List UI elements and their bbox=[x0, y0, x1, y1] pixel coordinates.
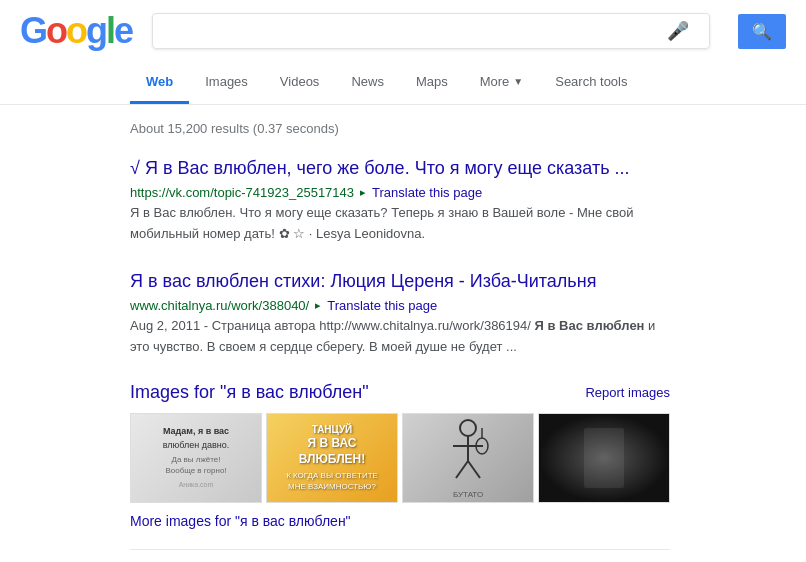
images-section: Images for "я в вас влюблен" Report imag… bbox=[130, 382, 670, 529]
result-arrow-1: ▸ bbox=[360, 186, 366, 199]
nav-label-videos: Videos bbox=[280, 74, 320, 89]
result-translate-1[interactable]: Translate this page bbox=[372, 185, 482, 200]
google-logo[interactable]: Google bbox=[20, 10, 132, 52]
results-area: About 15,200 results (0.37 seconds) √ Я … bbox=[0, 105, 800, 562]
nav-bar: Web Images Videos News Maps More ▼ Searc… bbox=[0, 62, 806, 105]
image-thumb-3[interactable]: БУТАТО bbox=[402, 413, 534, 503]
svg-point-0 bbox=[460, 420, 476, 436]
image-thumb-1[interactable]: Мадам, я в вас влюблен давно. Да вы лжёт… bbox=[130, 413, 262, 503]
result-url-line-1: https://vk.com/topic-741923_25517143 ▸ T… bbox=[130, 185, 670, 200]
svg-line-4 bbox=[468, 461, 480, 478]
nav-item-maps[interactable]: Maps bbox=[400, 62, 464, 104]
result-snippet-2: Aug 2, 2011 - Страница автора http://www… bbox=[130, 316, 670, 358]
image-thumb-2[interactable]: ТАНЦУЙ Я В ВАС ВЛЮБЛЕН! К КОГДА ВЫ ОТВЕТ… bbox=[266, 413, 398, 503]
search-bar-container: "я в вас влюблен" 🎤 bbox=[152, 13, 710, 49]
search-icon: 🔍 bbox=[752, 23, 772, 40]
nav-label-maps: Maps bbox=[416, 74, 448, 89]
result-url-line-2: www.chitalnya.ru/work/388040/ ▸ Translat… bbox=[130, 298, 670, 313]
result-url-1: https://vk.com/topic-741923_25517143 bbox=[130, 185, 354, 200]
more-dropdown-arrow: ▼ bbox=[513, 76, 523, 87]
images-section-title[interactable]: Images for "я в вас влюблен" bbox=[130, 382, 369, 403]
nav-label-news: News bbox=[351, 74, 384, 89]
nav-item-videos[interactable]: Videos bbox=[264, 62, 336, 104]
nav-item-search-tools[interactable]: Search tools bbox=[539, 62, 643, 104]
result-arrow-2: ▸ bbox=[315, 299, 321, 312]
nav-item-images[interactable]: Images bbox=[189, 62, 264, 104]
mic-icon[interactable]: 🎤 bbox=[667, 20, 689, 42]
result-url-2: www.chitalnya.ru/work/388040/ bbox=[130, 298, 309, 313]
svg-line-3 bbox=[456, 461, 468, 478]
search-button[interactable]: 🔍 bbox=[738, 14, 786, 49]
nav-label-more: More bbox=[480, 74, 510, 89]
report-images-link[interactable]: Report images bbox=[585, 385, 670, 400]
images-strip: Мадам, я в вас влюблен давно. Да вы лжёт… bbox=[130, 413, 670, 503]
search-input[interactable]: "я в вас влюблен" bbox=[165, 22, 667, 40]
result-title-1[interactable]: √ Я в Вас влюблен, чего же боле. Что я м… bbox=[130, 156, 670, 181]
nav-label-images: Images bbox=[205, 74, 248, 89]
bottom-divider bbox=[130, 549, 670, 550]
stick-figure-icon bbox=[438, 416, 498, 486]
more-images-link[interactable]: More images for "я в вас влюблен" bbox=[130, 513, 351, 529]
result-title-2[interactable]: Я в вас влюблен стихи: Люция Цереня - Из… bbox=[130, 269, 670, 294]
result-translate-2[interactable]: Translate this page bbox=[327, 298, 437, 313]
nav-label-web: Web bbox=[146, 74, 173, 89]
snippet-text-before: - Страница автора http://www.chitalnya.r… bbox=[204, 318, 531, 333]
header: Google "я в вас влюблен" 🎤 🔍 bbox=[0, 0, 806, 62]
nav-item-more[interactable]: More ▼ bbox=[464, 62, 540, 104]
nav-label-search-tools: Search tools bbox=[555, 74, 627, 89]
images-header: Images for "я в вас влюблен" Report imag… bbox=[130, 382, 670, 403]
result-item: √ Я в Вас влюблен, чего же боле. Что я м… bbox=[130, 156, 670, 245]
nav-item-web[interactable]: Web bbox=[130, 62, 189, 104]
image-thumb-4[interactable] bbox=[538, 413, 670, 503]
results-count: About 15,200 results (0.37 seconds) bbox=[130, 121, 670, 136]
result-item-2: Я в вас влюблен стихи: Люция Цереня - Из… bbox=[130, 269, 670, 358]
snippet-bold: Я в Вас влюблен bbox=[535, 318, 645, 333]
result-snippet-1: Я в Вас влюблен. Что я могу еще сказать?… bbox=[130, 203, 670, 245]
snippet-date: Aug 2, 2011 bbox=[130, 318, 200, 333]
nav-item-news[interactable]: News bbox=[335, 62, 400, 104]
